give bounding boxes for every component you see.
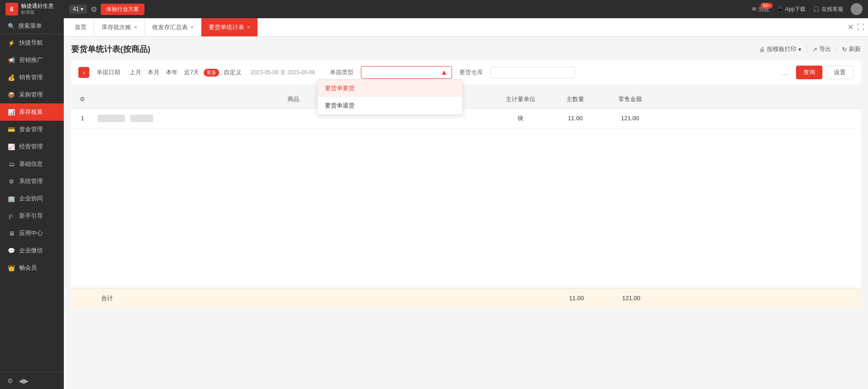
sidebar-search-label: 搜索菜单	[18, 22, 42, 30]
warehouse-filter-label: 要货仓库	[459, 68, 483, 77]
page-title-row: 要货单统计表(按商品) 🖨 按模板打印 ▾ | ↗ 导出 | ↻	[71, 44, 861, 55]
sidebar-member-label: 畅会员	[19, 264, 37, 272]
app-icon: 📱	[776, 6, 783, 12]
row-amount: 121.00	[603, 115, 657, 122]
type-filter-input[interactable]	[365, 69, 441, 76]
table-card: ⚙ 商品 主计量单位 主数量 零售金额 1	[71, 90, 861, 308]
tab-close-all-btn[interactable]: ✕	[847, 23, 853, 31]
sidebar-item-search[interactable]: 🔍 搜索菜单	[0, 18, 64, 34]
filter-expand-btn[interactable]: ›	[78, 67, 89, 78]
export-btn[interactable]: ↗ 导出	[812, 45, 831, 53]
shop-selector[interactable]: 41 ▾	[69, 5, 87, 14]
newbie-icon: 🎓	[7, 212, 15, 220]
date-this-year-btn[interactable]: 本年	[164, 67, 180, 77]
sidebar-collapse-icon[interactable]: ◀▶	[19, 377, 29, 384]
filter-actions: 查询 设置	[796, 66, 853, 79]
refresh-btn[interactable]: ↻ 刷新	[842, 45, 861, 53]
col-settings-icon: ⚙	[80, 96, 85, 102]
table-row: 1 块 11.00 121.00	[71, 108, 861, 128]
sidebar-system-label: 系统管理	[19, 177, 43, 185]
company-name: 畅捷通好生意	[21, 3, 54, 9]
tab-order-stats[interactable]: 要货单统计表 ×	[201, 18, 258, 36]
print-template-btn[interactable]: 🖨 按模板打印 ▾	[759, 45, 801, 53]
sidebar-item-sales[interactable]: 💰 销售管理	[0, 69, 64, 86]
col-amount: 零售金额	[603, 95, 657, 103]
main-layout: 🔍 搜索菜单 ⚡ 快捷导航 📢 营销推广 💰 销售管理 📦 采购管理 📊 库存核…	[0, 18, 868, 389]
sidebar-wechat-label: 企业微信	[19, 246, 43, 255]
row-unit: 块	[493, 114, 548, 123]
tab-inventory-batch[interactable]: 库存批次账 ×	[94, 18, 145, 36]
sales-icon: 💰	[7, 73, 15, 82]
filter-more-icon[interactable]: …	[781, 68, 789, 77]
sidebar-item-newbie[interactable]: 🎓 新手引导	[0, 207, 64, 225]
warehouse-filter-input[interactable]	[490, 67, 575, 78]
top-header: 6 畅捷通好生意 标准版 41 ▾ ⚙ 体验行业方案 ✉ 消息 99+ 📱 Ap…	[0, 0, 868, 18]
shop-name: 41	[73, 6, 79, 12]
export-icon: ↗	[812, 46, 817, 53]
page-actions: 🖨 按模板打印 ▾ | ↗ 导出 | ↻ 刷新	[759, 45, 861, 53]
messages-btn[interactable]: ✉ 消息 99+	[752, 5, 769, 13]
sidebar-item-member[interactable]: 👑 畅会员	[0, 259, 64, 276]
industry-btn[interactable]: 体验行业方案	[101, 4, 144, 15]
messages-badge: 99+	[760, 3, 773, 9]
dropdown-item-order-goods[interactable]: 要货单要货	[318, 80, 462, 97]
sidebar-inventory-label: 库存核算	[19, 108, 43, 116]
tab-order-stats-close[interactable]: ×	[247, 24, 250, 31]
date-this-month-btn[interactable]: 本月	[146, 67, 161, 77]
tab-stock-summary-close[interactable]: ×	[190, 24, 194, 31]
row-index: 1	[71, 115, 94, 122]
sidebar-item-purchase[interactable]: 📦 采购管理	[0, 86, 64, 103]
date-last-month-btn[interactable]: 上月	[128, 67, 143, 77]
sidebar-item-finance[interactable]: 💳 资金管理	[0, 121, 64, 138]
query-btn[interactable]: 查询	[796, 66, 822, 79]
app-download-btn[interactable]: 📱 App下载	[776, 5, 806, 13]
footer-label: 合计	[94, 294, 494, 302]
member-icon: 👑	[7, 264, 15, 272]
sidebar-app-center-label: 应用中心	[19, 229, 43, 237]
date-last7-btn[interactable]: 近7天	[182, 67, 201, 77]
refresh-label: 刷新	[849, 45, 861, 53]
sidebar-finance-label: 资金管理	[19, 125, 43, 133]
sidebar: 🔍 搜索菜单 ⚡ 快捷导航 📢 营销推广 💰 销售管理 📦 采购管理 📊 库存核…	[0, 18, 64, 389]
print-icon: 🖨	[759, 46, 765, 53]
sidebar-item-inventory[interactable]: 📊 库存核算	[0, 103, 64, 121]
tab-home[interactable]: 首页	[67, 18, 94, 36]
sidebar-item-basic-info[interactable]: 🗂 基础信息	[0, 155, 64, 173]
dropdown-item-order-return[interactable]: 要货单退货	[318, 97, 462, 114]
sidebar-item-app-center[interactable]: 🖥 应用中心	[0, 225, 64, 242]
system-icon: ⚙	[7, 177, 15, 185]
tab-home-label: 首页	[75, 23, 87, 31]
table-empty-area	[71, 128, 861, 288]
logo-icon: 6	[5, 3, 18, 15]
purchase-icon: 📦	[7, 91, 15, 99]
filter-card: › 单据日期 上月 本月 本年 近7天 更多 自定义 2023-05-06 至 …	[71, 60, 861, 85]
user-avatar[interactable]	[851, 3, 863, 15]
sidebar-item-quicknav[interactable]: ⚡ 快捷导航	[0, 34, 64, 51]
date-more-btn[interactable]: 更多	[204, 69, 219, 77]
col-settings[interactable]: ⚙	[71, 96, 94, 102]
enterprise-icon: 🏢	[7, 194, 15, 203]
tabs-bar: 首页 库存批次账 × 收发存汇总表 × 要货单统计表 × ✕ ⛶	[64, 18, 868, 36]
date-range-display: 2023-05-06 至 2023-06-06	[251, 69, 315, 77]
goods-placeholder1	[98, 115, 125, 122]
sidebar-settings-icon[interactable]: ⚙	[7, 377, 13, 384]
type-filter-arrow[interactable]: ▲	[441, 68, 448, 77]
date-custom-btn[interactable]: 自定义	[222, 67, 243, 77]
tab-inventory-batch-close[interactable]: ×	[134, 24, 137, 31]
sidebar-item-operations[interactable]: 📈 经营管理	[0, 138, 64, 155]
sidebar-item-wechat[interactable]: 💬 企业微信	[0, 242, 64, 259]
type-filter-select[interactable]: ▲	[361, 66, 452, 79]
tab-fullscreen-btn[interactable]: ⛶	[857, 23, 864, 31]
app-download-label: App下载	[785, 5, 806, 13]
inventory-icon: 📊	[7, 108, 15, 116]
online-service-btn[interactable]: 🎧 在线客服	[813, 5, 843, 13]
row-qty: 11.00	[548, 115, 603, 122]
header-center: 41 ▾ ⚙ 体验行业方案	[69, 4, 752, 15]
sidebar-item-marketing[interactable]: 📢 营销推广	[0, 51, 64, 69]
filter-settings-btn[interactable]: 设置	[826, 66, 853, 79]
tab-stock-summary[interactable]: 收发存汇总表 ×	[145, 18, 201, 36]
sidebar-item-system[interactable]: ⚙ 系统管理	[0, 173, 64, 190]
header-settings-icon[interactable]: ⚙	[91, 5, 97, 14]
sidebar-item-enterprise[interactable]: 🏢 企业协同	[0, 190, 64, 207]
tab-inventory-batch-label: 库存批次账	[102, 23, 131, 31]
